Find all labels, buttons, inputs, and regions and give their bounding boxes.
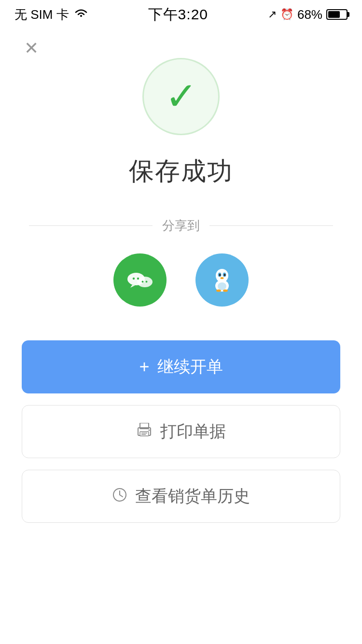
svg-point-3 [137, 277, 139, 279]
continue-order-button[interactable]: + 继续开单 [22, 340, 340, 393]
wechat-icon [125, 265, 156, 296]
battery-icon [326, 9, 348, 20]
svg-line-25 [120, 495, 123, 497]
status-left: 无 SIM 卡 [14, 6, 88, 23]
status-right: ↗ ⏰ 68% [268, 7, 348, 22]
checkmark-icon: ✓ [165, 77, 197, 116]
history-icon [112, 487, 127, 506]
svg-point-11 [224, 274, 226, 277]
svg-point-10 [219, 274, 221, 277]
print-label: 打印单据 [160, 420, 226, 443]
svg-rect-19 [140, 432, 149, 436]
svg-point-12 [221, 277, 224, 279]
status-time: 下午3:20 [148, 5, 208, 25]
no-sim-text: 无 SIM 卡 [14, 6, 69, 23]
svg-point-2 [132, 277, 134, 279]
wechat-share-button[interactable] [113, 253, 167, 307]
qq-share-button[interactable] [195, 253, 249, 307]
qq-icon [207, 265, 237, 295]
battery-percent: 68% [297, 7, 322, 22]
success-indicator: ✓ [142, 58, 220, 135]
continue-order-icon: + [139, 357, 149, 377]
main-content: ✓ 保存成功 分享到 [0, 29, 362, 523]
svg-point-1 [137, 277, 153, 287]
print-button[interactable]: 打印单据 [22, 405, 340, 458]
svg-point-16 [223, 290, 228, 292]
continue-order-label: 继续开单 [157, 356, 223, 378]
svg-marker-6 [130, 285, 135, 288]
action-buttons-section: + 继续开单 打印单据 [0, 340, 362, 523]
status-bar: 无 SIM 卡 下午3:20 ↗ ⏰ 68% [0, 0, 362, 29]
svg-point-5 [145, 280, 147, 282]
location-icon: ↗ [268, 8, 277, 21]
print-icon [136, 423, 153, 441]
history-label: 查看销货单历史 [135, 485, 250, 507]
svg-point-15 [216, 290, 221, 292]
svg-point-22 [149, 429, 150, 431]
svg-point-4 [141, 280, 143, 282]
close-button[interactable]: ✕ [19, 36, 43, 60]
wifi-icon [74, 7, 88, 22]
divider-right [209, 225, 333, 226]
alarm-icon: ⏰ [280, 8, 293, 21]
close-icon: ✕ [24, 38, 39, 58]
divider-left [29, 225, 153, 226]
svg-point-14 [218, 282, 226, 290]
share-section-divider: 分享到 [0, 217, 362, 234]
share-icons-row [113, 253, 249, 307]
share-label: 分享到 [153, 217, 209, 234]
success-title: 保存成功 [129, 154, 233, 188]
history-button[interactable]: 查看销货单历史 [22, 470, 340, 523]
